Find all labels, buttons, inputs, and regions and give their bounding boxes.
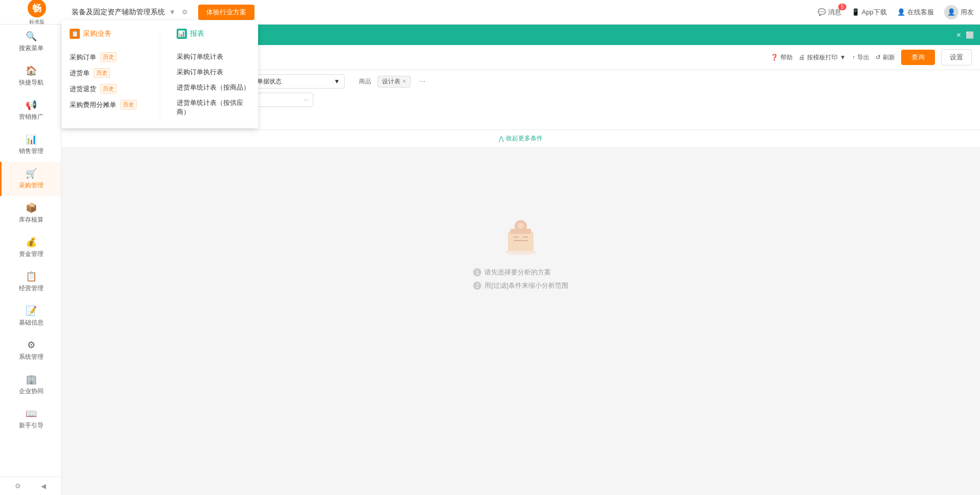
app-download-item[interactable]: 📱 App下载 — [851, 8, 887, 17]
empty-state: 1 请先选择要分析的方案 2 用[过滤]条件来缩小分析范围 — [61, 147, 980, 352]
sidebar-collapse-icon[interactable]: ◀ — [41, 482, 46, 490]
sidebar-settings-icon[interactable]: ⚙ — [15, 482, 21, 490]
sales-icon: 📊 — [26, 134, 37, 145]
menu-item-purchase-order[interactable]: 采购订单 历史 — [70, 49, 143, 65]
salesperson-more-btn[interactable]: ··· — [304, 96, 309, 103]
sidebar-item-sales[interactable]: 📊 销售管理 — [0, 127, 61, 162]
finance-icon: 💰 — [26, 236, 37, 248]
sidebar-item-enterprise[interactable]: 🏢 企业协同 — [0, 368, 61, 402]
sidebar-item-operations[interactable]: 📋 经营管理 — [0, 265, 61, 299]
user-avatar: 👤 — [944, 5, 958, 19]
app-download-label: App下载 — [862, 8, 887, 17]
notification-item[interactable]: 💬 消息 5 — [818, 8, 841, 17]
guide-icon: 📖 — [26, 408, 37, 419]
sidebar-item-marketing[interactable]: 📢 营销推广 — [0, 93, 61, 127]
svg-rect-6 — [523, 236, 528, 238]
sidebar-item-system[interactable]: ⚙ 系统管理 — [0, 333, 61, 368]
sidebar-item-finance[interactable]: 💰 资金管理 — [0, 230, 61, 265]
sidebar-item-basic-info[interactable]: 📝 基础信息 — [0, 299, 61, 333]
collapse-label: 收起更多条件 — [506, 134, 543, 143]
logo-area: 畅 标准版 — [6, 0, 68, 26]
empty-tips-list: 1 请先选择要分析的方案 2 用[过滤]条件来缩小分析范围 — [473, 268, 568, 290]
print-dropdown-icon[interactable]: ▼ — [840, 54, 846, 61]
purchase-expense-label: 采购费用分摊单 — [70, 100, 116, 110]
doc-status-placeholder: 单据状态 — [257, 77, 282, 86]
print-btn[interactable]: 🖨 按模板打印 ▼ — [799, 53, 846, 62]
help-btn[interactable]: ❓ 帮助 — [771, 53, 793, 62]
sidebar-item-search-label: 搜索菜单 — [19, 44, 44, 53]
tab-close-all-icon[interactable]: ✕ — [956, 31, 962, 39]
industry-btn[interactable]: 体验行业方案 — [198, 5, 254, 20]
goods-more-btn[interactable]: ··· — [417, 77, 428, 86]
sidebar-item-guide[interactable]: 📖 新手引导 — [0, 402, 61, 436]
purchase-return-history-tag: 历史 — [100, 84, 117, 94]
goods-tag: 设计表 × — [377, 76, 411, 88]
system-dropdown-arrow[interactable]: ▼ — [169, 8, 176, 16]
sidebar-item-inventory[interactable]: 📦 库存核算 — [0, 196, 61, 230]
tab-actions: ✕ ⬜ — [950, 31, 980, 39]
tip-text-1: 请先选择要分析的方案 — [484, 268, 551, 277]
procurement-section-icon: 📋 — [70, 29, 80, 39]
settings-btn[interactable]: 设置 — [941, 49, 972, 66]
menu-divider — [160, 29, 160, 120]
logo-subtext: 标准版 — [29, 18, 45, 26]
sidebar-item-system-label: 系统管理 — [19, 353, 44, 361]
print-label: 按模板打印 — [807, 53, 838, 62]
empty-tip-1: 1 请先选择要分析的方案 — [473, 268, 568, 277]
collapse-btn[interactable]: ⋀ 收起更多条件 — [61, 130, 980, 147]
menu-item-order-stat[interactable]: 采购订单统计表 — [177, 49, 250, 64]
sidebar-item-search[interactable]: 🔍 搜索菜单 — [0, 25, 61, 59]
sidebar-item-enterprise-label: 企业协同 — [19, 387, 44, 396]
notification-count: 5 — [838, 4, 846, 10]
menu-item-purchase-expense[interactable]: 采购费用分摊单 历史 — [70, 97, 143, 113]
goods-tag-value: 设计表 — [382, 77, 400, 86]
menu-item-purchase-receipt[interactable]: 进货单 历史 — [70, 65, 143, 81]
procurement-menu-section: 📋 采购业务 采购订单 历史 进货单 历史 进货退货 历史 采购费用分摊单 — [70, 29, 143, 120]
sidebar-item-procurement-label: 采购管理 — [19, 181, 44, 190]
user-label: 用友 — [961, 8, 974, 17]
doc-status-dropdown-icon: ▼ — [334, 78, 340, 85]
procurement-section-label: 采购业务 — [83, 29, 112, 38]
inventory-icon: 📦 — [26, 202, 37, 213]
refresh-icon: ↺ — [876, 54, 881, 61]
purchase-order-history-tag: 历史 — [100, 52, 117, 62]
top-right: 💬 消息 5 📱 App下载 👤 在线客服 👤 用友 — [818, 5, 974, 19]
menu-item-order-exec[interactable]: 采购订单执行表 — [177, 64, 250, 80]
collapse-up-icon: ⋀ — [499, 135, 504, 142]
online-service-item[interactable]: 👤 在线客服 — [897, 8, 934, 17]
phone-icon: 📱 — [851, 8, 860, 16]
online-service-label: 在线客服 — [907, 8, 934, 17]
content-area: 首页 销售排行榜 ✕ ✕ ⬜ ❓ 帮助 🖨 按模板打印 — [61, 25, 980, 495]
menu-item-receipt-by-goods[interactable]: 进货单统计表（按商品） — [177, 80, 250, 95]
print-icon: 🖨 — [799, 54, 805, 61]
report-section-title: 📊 报表 — [177, 29, 250, 43]
settings-gear-icon[interactable]: ⚙ — [182, 8, 188, 16]
goods-tag-remove[interactable]: × — [402, 78, 406, 85]
sidebar-item-marketing-label: 营销推广 — [19, 113, 44, 121]
menu-item-purchase-return[interactable]: 进货退货 历史 — [70, 81, 143, 97]
logo-icon: 畅 — [28, 0, 46, 17]
sidebar-item-basic-info-label: 基础信息 — [19, 318, 44, 327]
sidebar-item-operations-label: 经营管理 — [19, 284, 44, 293]
menu-item-receipt-by-supplier[interactable]: 进货单统计表（按供应商） — [177, 95, 250, 120]
export-btn[interactable]: ↑ 导出 — [852, 53, 869, 62]
refresh-label: 刷新 — [883, 53, 895, 62]
receipt-by-goods-label: 进货单统计表（按商品） — [177, 83, 250, 92]
sidebar-item-inventory-label: 库存核算 — [19, 216, 44, 224]
query-btn[interactable]: 查询 — [901, 50, 935, 65]
sidebar-item-procurement[interactable]: 🛒 采购管理 — [0, 162, 61, 196]
service-icon: 👤 — [897, 8, 905, 16]
help-icon: ❓ — [771, 54, 778, 61]
tip-num-1: 1 — [473, 268, 481, 276]
sidebar-item-quick-nav-label: 快捷导航 — [19, 78, 44, 87]
order-exec-label: 采购订单执行表 — [177, 68, 223, 77]
export-icon: ↑ — [852, 54, 855, 61]
user-item[interactable]: 👤 用友 — [944, 5, 974, 19]
sidebar-item-quick-nav[interactable]: 🏠 快捷导航 — [0, 59, 61, 93]
procurement-dropdown-menu: 📋 采购业务 采购订单 历史 进货单 历史 进货退货 历史 采购费用分摊单 — [61, 25, 258, 128]
purchase-order-label: 采购订单 — [70, 53, 96, 62]
refresh-btn[interactable]: ↺ 刷新 — [876, 53, 895, 62]
tab-expand-icon[interactable]: ⬜ — [966, 31, 974, 39]
doc-status-select[interactable]: 单据状态 ▼ — [252, 74, 345, 89]
tip-num-2: 2 — [473, 282, 481, 290]
